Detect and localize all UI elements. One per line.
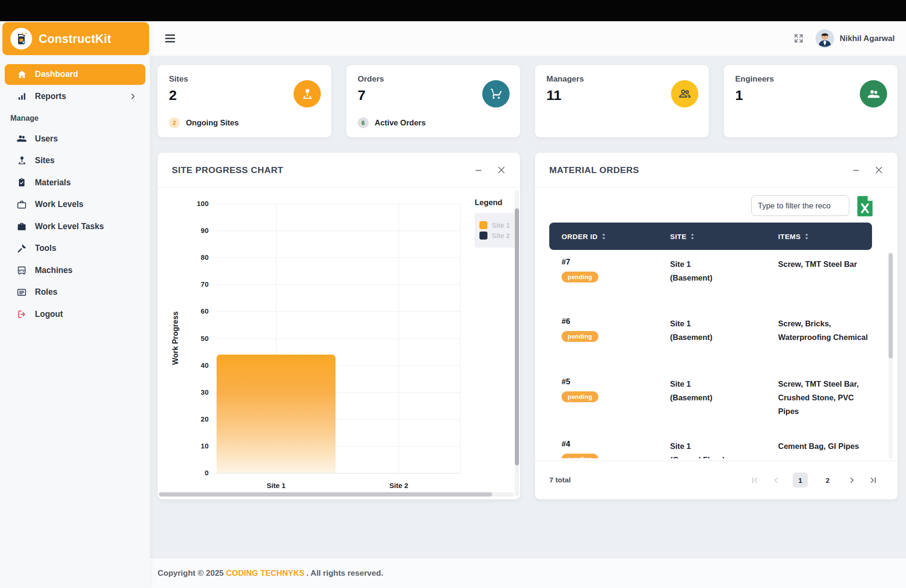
status-badge: pending: [562, 272, 598, 282]
sidebar-item-tools[interactable]: Tools: [5, 238, 145, 259]
sidebar-item-machines[interactable]: Machines: [5, 260, 145, 281]
material-orders-panel: MATERIAL ORDERS ORDER IDSITEITEMS #7pend…: [535, 153, 898, 499]
legend-item[interactable]: Site 2: [479, 232, 512, 240]
sidebar-item-logout[interactable]: Logout: [5, 304, 145, 324]
page-button-2[interactable]: 2: [820, 472, 835, 488]
order-items: Screw, TMT Steel Bar, Crushed Stone, PVC…: [778, 377, 872, 418]
table-scrollbar[interactable]: [889, 252, 893, 458]
reports-icon: [17, 91, 27, 101]
chart-vertical-scrollbar[interactable]: [515, 190, 519, 496]
pager: 12: [750, 472, 878, 488]
nav-section-label: Manage: [10, 114, 150, 123]
column-header-site[interactable]: SITE: [670, 223, 695, 250]
fullscreen-icon[interactable]: [793, 33, 804, 44]
close-icon[interactable]: [874, 166, 883, 174]
user-name: Nikhil Agarwal: [839, 34, 895, 43]
first-page-icon[interactable]: [750, 476, 759, 485]
sidebar-item-label: Dashboard: [35, 69, 78, 79]
site-progress-panel: SITE PROGRESS CHART 01020304050607080901…: [158, 153, 520, 499]
status-badge: pending: [562, 331, 598, 342]
home-icon: [17, 69, 27, 80]
sidebar: ConstructKit DashboardReportsManageUsers…: [0, 21, 150, 588]
y-axis-tick: 10: [187, 442, 209, 450]
column-header-order-id[interactable]: ORDER ID: [562, 223, 606, 250]
column-header-items[interactable]: ITEMS: [778, 223, 809, 250]
last-page-icon[interactable]: [869, 476, 878, 485]
roles-icon: [17, 287, 27, 298]
y-axis-tick: 0: [187, 469, 209, 477]
sidebar-item-label: Logout: [35, 309, 63, 319]
order-items: Cement Bag, GI Pipes: [778, 439, 872, 453]
sidebar-item-users[interactable]: Users: [5, 128, 145, 149]
minimize-icon[interactable]: [474, 166, 483, 174]
minimize-icon[interactable]: [852, 166, 860, 174]
order-site: Site 1(Basement): [670, 377, 772, 405]
y-axis-tick: 40: [187, 361, 209, 369]
people-icon: [860, 80, 887, 108]
sidebar-item-roles[interactable]: Roles: [5, 282, 145, 303]
y-axis-tick: 90: [187, 226, 209, 234]
y-axis-tick: 80: [187, 253, 209, 261]
panel-title: MATERIAL ORDERS: [549, 165, 852, 175]
menu-toggle-icon[interactable]: [165, 34, 175, 42]
order-id: #4: [562, 439, 663, 448]
sidebar-item-label: Work Level Tasks: [35, 222, 104, 232]
chart-legend: LegendSite 1Site 2: [475, 198, 516, 248]
sort-icon: [690, 233, 695, 240]
sidebar-item-reports[interactable]: Reports: [5, 86, 145, 107]
footer: Copyright © 2025 CODING TECHNYKS . All r…: [150, 558, 906, 588]
legend-label: Site 1: [492, 222, 510, 229]
column-label: ITEMS: [778, 232, 801, 240]
order-items: Screw, Bricks, Waterproofing Chemical: [778, 317, 872, 344]
sidebar-item-label: Machines: [35, 265, 73, 275]
footer-brand-link[interactable]: CODING TECHNYKS: [226, 569, 304, 578]
sidebar-item-dashboard[interactable]: Dashboard: [5, 64, 145, 85]
page-button-1[interactable]: 1: [793, 472, 808, 488]
sidebar-item-sites[interactable]: Sites: [5, 150, 145, 171]
users-icon: [17, 133, 27, 144]
sidebar-item-label: Users: [35, 134, 58, 144]
stat-cards-row: Sites22Ongoing SitesOrders76Active Order…: [158, 65, 898, 137]
card-title: Sites: [169, 75, 320, 84]
sidebar-item-materials[interactable]: Materials: [5, 172, 145, 193]
badge-label: Ongoing Sites: [186, 118, 239, 127]
order-id: #5: [562, 377, 663, 386]
legend-label: Site 2: [492, 232, 510, 240]
chart-horizontal-scrollbar[interactable]: [159, 492, 514, 497]
brand-header[interactable]: ConstructKit: [2, 22, 149, 55]
clipboard-check-icon: [17, 177, 27, 188]
constructkit-dashboard: ConstructKit DashboardReportsManageUsers…: [0, 0, 906, 588]
prev-page-icon[interactable]: [772, 476, 780, 485]
legend-item[interactable]: Site 1: [479, 221, 512, 229]
sidebar-item-work-levels[interactable]: Work Levels: [5, 194, 145, 215]
order-items: Screw, TMT Steel Bar: [778, 257, 872, 271]
bar-site-1[interactable]: [217, 355, 336, 473]
sidebar-item-work-level-tasks[interactable]: Work Level Tasks: [5, 216, 145, 237]
sidebar-item-label: Roles: [35, 287, 58, 297]
badge-label: Active Orders: [375, 118, 426, 127]
next-page-icon[interactable]: [847, 476, 856, 485]
count-badge: 2: [169, 117, 180, 128]
sidebar-item-label: Materials: [35, 178, 71, 188]
y-axis-tick: 100: [187, 199, 209, 207]
card-title: Engineers: [735, 75, 886, 84]
order-id: #6: [562, 317, 663, 326]
excel-export-icon[interactable]: [856, 195, 874, 217]
sidebar-item-label: Tools: [35, 243, 56, 253]
card-title: Managers: [546, 75, 697, 84]
briefcase-icon: [17, 221, 27, 232]
briefcase-outline-icon: [17, 199, 27, 210]
column-label: ORDER ID: [562, 232, 598, 240]
close-icon[interactable]: [497, 166, 506, 174]
browser-top-strip: [0, 0, 906, 21]
stat-card-managers: Managers11: [535, 65, 709, 137]
filter-input[interactable]: [751, 195, 849, 216]
status-badge: pending: [562, 391, 598, 402]
order-site: Site 1(Ground Floor): [670, 439, 772, 458]
sidebar-item-label: Sites: [35, 156, 55, 166]
y-axis-tick: 60: [187, 307, 209, 315]
orders-body: ORDER IDSITEITEMS #7pendingSite 1(Baseme…: [535, 188, 898, 499]
user-menu[interactable]: Nikhil Agarwal: [815, 29, 895, 48]
y-axis-tick: 50: [187, 334, 209, 342]
rights-text: . All rights reserved.: [306, 569, 383, 578]
